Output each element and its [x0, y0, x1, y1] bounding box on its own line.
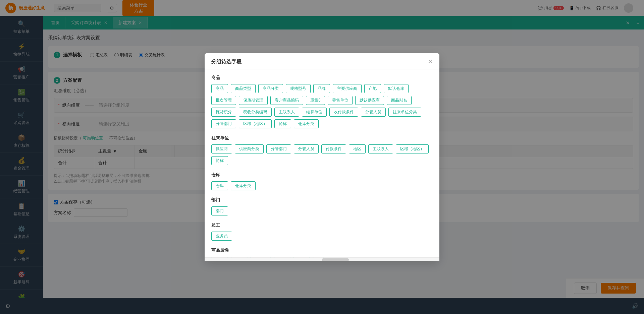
field-tag-1-6[interactable]: 主联系人: [368, 144, 393, 153]
modal-hscroll-thumb: [322, 258, 349, 261]
field-tag-0-23[interactable]: 区域（地区）: [239, 119, 272, 128]
modal-section-title-0: 商品: [211, 75, 433, 81]
field-tag-0-11[interactable]: 重量3: [306, 96, 325, 105]
field-tag-1-5[interactable]: 地区: [349, 144, 366, 153]
field-tag-0-20[interactable]: 分管人员: [361, 108, 386, 117]
field-grid-1: 供应商供应商分类分管部门分管人员付款条件地区主联系人区域（地区）简称: [211, 144, 433, 165]
field-grid-4: 业务员: [211, 232, 433, 241]
modal-section-5: 商品属性属性颜色多规格尺码鞋码1: [211, 247, 433, 258]
field-tag-1-8[interactable]: 简称: [211, 156, 228, 165]
field-tag-0-12[interactable]: 零售单位: [328, 96, 353, 105]
modal-overlay: 分组待选字段 ✕ 商品商品商品类型商品分类规格型号品牌主要供应商产地默认仓库批次…: [0, 0, 644, 314]
modal-section-3: 部门部门: [211, 197, 433, 215]
field-tag-0-24[interactable]: 简称: [274, 119, 291, 128]
field-tag-1-0[interactable]: 供应商: [211, 144, 232, 153]
modal-section-title-1: 往来单位: [211, 135, 433, 141]
field-tag-0-4[interactable]: 品牌: [313, 84, 330, 93]
field-tag-0-7[interactable]: 默认仓库: [384, 84, 409, 93]
field-tag-0-10[interactable]: 客户商品编码: [270, 96, 303, 105]
field-tag-3-0[interactable]: 部门: [211, 206, 228, 215]
field-tag-0-21[interactable]: 往来单位分类: [388, 108, 421, 117]
modal-section-4: 员工业务员: [211, 222, 433, 241]
field-tag-1-4[interactable]: 付款条件: [321, 144, 346, 153]
field-tag-0-0[interactable]: 商品: [211, 84, 228, 93]
field-tag-0-13[interactable]: 默认供应商: [355, 96, 384, 105]
modal-horizontal-scrollbar[interactable]: [205, 257, 439, 261]
field-tag-0-25[interactable]: 仓库分类: [294, 119, 319, 128]
modal-section-0: 商品商品商品类型商品分类规格型号品牌主要供应商产地默认仓库批次管理保质期管理客户…: [211, 75, 433, 128]
field-tag-0-3[interactable]: 规格型号: [286, 84, 311, 93]
field-tag-0-18[interactable]: 结算单位: [302, 108, 327, 117]
modal-dialog: 分组待选字段 ✕ 商品商品商品类型商品分类规格型号品牌主要供应商产地默认仓库批次…: [205, 53, 439, 261]
field-grid-0: 商品商品类型商品分类规格型号品牌主要供应商产地默认仓库批次管理保质期管理客户商品…: [211, 84, 433, 128]
field-tag-0-19[interactable]: 收付款条件: [329, 108, 358, 117]
field-tag-0-5[interactable]: 主要供应商: [333, 84, 362, 93]
modal-body: 商品商品商品类型商品分类规格型号品牌主要供应商产地默认仓库批次管理保质期管理客户…: [205, 69, 439, 258]
field-tag-0-15[interactable]: 拣货积分: [211, 108, 236, 117]
field-tag-1-7[interactable]: 区域（地区）: [396, 144, 429, 153]
field-tag-1-2[interactable]: 分管部门: [266, 144, 291, 153]
modal-header: 分组待选字段 ✕: [205, 53, 439, 69]
field-tag-0-2[interactable]: 商品分类: [258, 84, 283, 93]
modal-section-title-4: 员工: [211, 222, 433, 228]
modal-close-button[interactable]: ✕: [428, 59, 433, 65]
field-tag-1-1[interactable]: 供应商分类: [235, 144, 264, 153]
field-tag-0-16[interactable]: 税收分类编码: [239, 108, 272, 117]
field-tag-4-0[interactable]: 业务员: [211, 232, 232, 241]
field-tag-0-6[interactable]: 产地: [364, 84, 381, 93]
field-grid-2: 仓库仓库分类: [211, 181, 433, 190]
modal-title: 分组待选字段: [211, 59, 241, 65]
field-tag-0-17[interactable]: 主联系人: [274, 108, 299, 117]
field-tag-1-3[interactable]: 分管人员: [294, 144, 319, 153]
field-tag-2-1[interactable]: 仓库分类: [231, 181, 256, 190]
field-tag-0-9[interactable]: 保质期管理: [239, 96, 268, 105]
field-tag-0-22[interactable]: 分管部门: [211, 119, 236, 128]
modal-section-title-3: 部门: [211, 197, 433, 203]
field-tag-2-0[interactable]: 仓库: [211, 181, 228, 190]
field-tag-0-1[interactable]: 商品类型: [231, 84, 256, 93]
field-tag-0-14[interactable]: 商品别名: [387, 96, 412, 105]
modal-section-1: 往来单位供应商供应商分类分管部门分管人员付款条件地区主联系人区域（地区）简称: [211, 135, 433, 165]
field-tag-0-8[interactable]: 批次管理: [211, 96, 236, 105]
modal-section-title-5: 商品属性: [211, 247, 433, 253]
modal-section-2: 仓库仓库仓库分类: [211, 172, 433, 190]
field-grid-3: 部门: [211, 206, 433, 215]
modal-section-title-2: 仓库: [211, 172, 433, 178]
